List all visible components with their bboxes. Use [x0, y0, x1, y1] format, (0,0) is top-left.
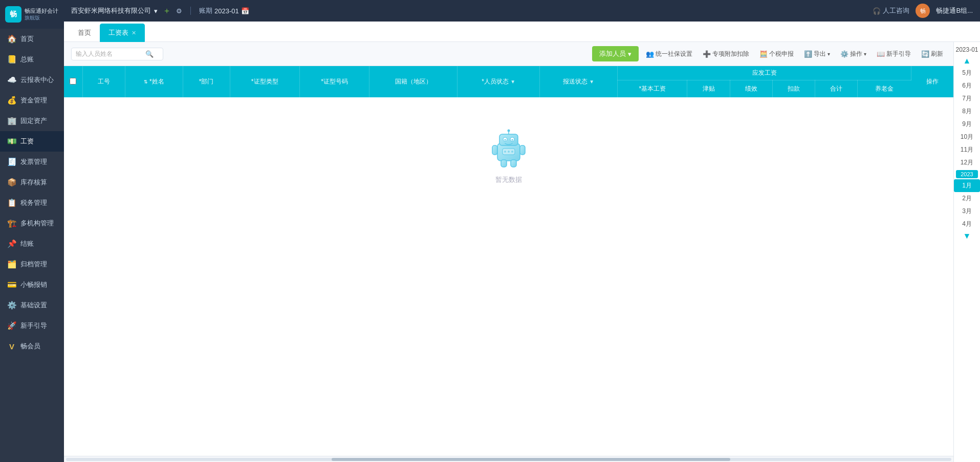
ledger-icon: 📒	[7, 55, 16, 64]
sidebar-item-guide[interactable]: 🚀 新手引导	[0, 316, 64, 336]
export-label: 导出	[814, 50, 826, 58]
select-all-checkbox[interactable]	[70, 78, 76, 85]
month-item-2023-03[interactable]: 3月	[954, 205, 980, 218]
export-icon: ⬆️	[804, 50, 812, 58]
sidebar-item-inventory[interactable]: 📦 库存核算	[0, 172, 64, 193]
month-item-2022-08[interactable]: 8月	[954, 105, 980, 118]
sidebar: 畅 畅应通好会计 旗舰版 🏠 首页 📒 总账 ☁️ 云报表中心 💰 资金管理 🏢…	[0, 0, 64, 462]
th-dept: *部门	[183, 66, 230, 97]
month-item-2022-10[interactable]: 10月	[954, 131, 980, 143]
sidebar-item-invoice[interactable]: 🧾 发票管理	[0, 152, 64, 172]
operate-dropdown: ▾	[864, 51, 866, 57]
content-area: 🔍 添加人员 ▾ 👥 统一社保设置 ➕ 专项附加扣除	[64, 42, 980, 462]
th-report-status: 报送状态 ▼	[540, 66, 618, 97]
close-period-icon: 📌	[7, 239, 16, 248]
social-settings-label: 统一社保设置	[656, 50, 692, 58]
company-selector[interactable]: 西安虾米网络科技有限公司 ▾	[71, 6, 158, 15]
refresh-icon: 🔄	[921, 50, 929, 58]
scrollbar-area[interactable]	[64, 456, 953, 462]
company-dropdown-icon: ▾	[154, 7, 158, 15]
sidebar-item-close[interactable]: 📌 结账	[0, 234, 64, 254]
month-nav-up[interactable]: ▲	[954, 55, 980, 67]
th-performance: 绩效	[730, 80, 772, 98]
topbar: 西安虾米网络科技有限公司 ▾ ＋ ⚙ 账期 2023-01 📅 🎧 人工咨询 畅…	[64, 0, 980, 22]
settings-icon: ⚙️	[7, 301, 16, 310]
month-item-2023-01[interactable]: 1月	[954, 179, 980, 192]
multi-org-icon: 🏗️	[7, 219, 16, 228]
empty-text: 暂无数据	[495, 175, 522, 184]
month-item-2022-06[interactable]: 6月	[954, 79, 980, 92]
th-action: 操作	[911, 66, 954, 97]
table-wrapper: 工号 ⇅ *姓名 *部门 *证型类型 *证型号码 国籍（地区） *人员状态 ▼ …	[64, 66, 953, 456]
invoice-icon: 🧾	[7, 157, 16, 166]
search-input[interactable]	[76, 50, 142, 57]
sidebar-item-fixed-asset[interactable]: 🏢 固定资产	[0, 111, 64, 131]
sidebar-item-cloud-report[interactable]: ☁️ 云报表中心	[0, 70, 64, 90]
social-settings-btn[interactable]: 👥 统一社保设置	[643, 48, 695, 60]
personal-tax-btn[interactable]: 🧮 个税申报	[756, 48, 797, 60]
operate-btn[interactable]: ⚙️ 操作 ▾	[837, 48, 869, 60]
sidebar-item-fund[interactable]: 💰 资金管理	[0, 90, 64, 111]
operate-label: 操作	[850, 50, 862, 58]
th-cert-type: *证型类型	[230, 66, 299, 97]
search-box: 🔍	[71, 48, 163, 60]
month-item-2023-04[interactable]: 4月	[954, 218, 980, 230]
sidebar-item-ledger[interactable]: 📒 总账	[0, 49, 64, 70]
report-status-filter-icon[interactable]: ▼	[589, 79, 594, 85]
tab-home[interactable]: 首页	[69, 24, 100, 42]
tab-salary[interactable]: 工资表 ✕	[100, 24, 145, 42]
th-total: 合计	[815, 80, 858, 98]
refresh-btn[interactable]: 🔄 刷新	[918, 48, 946, 60]
sidebar-item-archive[interactable]: 🗂️ 归档管理	[0, 254, 64, 275]
sidebar-item-salary[interactable]: 💵 工资	[0, 131, 64, 152]
human-service-btn[interactable]: 🎧 人工咨询	[873, 6, 909, 15]
sidebar-item-member[interactable]: V 畅会员	[0, 336, 64, 356]
sidebar-item-multi-org[interactable]: 🏗️ 多机构管理	[0, 213, 64, 234]
empty-robot-icon	[488, 128, 529, 169]
month-item-2022-09[interactable]: 9月	[954, 118, 980, 131]
emp-status-filter-icon[interactable]: ▼	[510, 79, 515, 85]
sidebar-item-home[interactable]: 🏠 首页	[0, 29, 64, 49]
svg-rect-1	[499, 134, 518, 145]
th-emp-no: 工号	[82, 66, 125, 97]
month-item-2022-11[interactable]: 11月	[954, 143, 980, 156]
toolbar-right: 添加人员 ▾ 👥 统一社保设置 ➕ 专项附加扣除 🧮 个税申报	[592, 46, 946, 61]
guide-icon: 🚀	[7, 321, 16, 330]
sidebar-label-guide: 新手引导	[20, 321, 47, 330]
topbar-add-icon[interactable]: ＋	[163, 6, 171, 16]
sidebar-item-expense[interactable]: 💳 小畅报销	[0, 275, 64, 295]
tab-close-salary[interactable]: ✕	[132, 30, 136, 36]
export-btn[interactable]: ⬆️ 导出 ▾	[801, 48, 833, 60]
sidebar-label-settings: 基础设置	[20, 301, 47, 310]
salary-icon: 💵	[7, 137, 16, 146]
sidebar-item-settings[interactable]: ⚙️ 基础设置	[0, 295, 64, 316]
th-country: 国籍（地区）	[369, 66, 458, 97]
tab-salary-label: 工资表	[108, 28, 128, 37]
special-deduct-btn[interactable]: ➕ 专项附加扣除	[700, 48, 752, 60]
sidebar-label-cloud: 云报表中心	[20, 75, 54, 85]
export-dropdown: ▾	[827, 51, 830, 57]
svg-rect-8	[492, 145, 497, 155]
sidebar-label-archive: 归档管理	[20, 260, 47, 269]
month-item-2023-02[interactable]: 2月	[954, 192, 980, 205]
sidebar-item-tax[interactable]: 📋 税务管理	[0, 193, 64, 213]
th-salary-group: 应发工资	[618, 66, 911, 80]
calendar-icon[interactable]: 📅	[241, 7, 249, 15]
month-item-2022-05[interactable]: 5月	[954, 67, 980, 79]
sidebar-label-fixed: 固定资产	[20, 116, 47, 125]
month-nav-down[interactable]: ▼	[954, 230, 980, 242]
topbar-settings-icon[interactable]: ⚙	[176, 7, 182, 15]
svg-rect-9	[520, 145, 525, 155]
toolbar: 🔍 添加人员 ▾ 👥 统一社保设置 ➕ 专项附加扣除	[64, 42, 953, 66]
add-person-button[interactable]: 添加人员 ▾	[592, 46, 639, 61]
sidebar-label-ledger: 总账	[20, 55, 34, 64]
month-item-2022-07[interactable]: 7月	[954, 92, 980, 105]
operate-icon: ⚙️	[840, 50, 848, 58]
svg-point-7	[512, 139, 513, 141]
logo-sub: 旗舰版	[25, 14, 58, 22]
svg-rect-10	[501, 160, 507, 167]
month-panel-header: 2023-01	[954, 44, 980, 55]
guide-btn[interactable]: 📖 新手引导	[874, 48, 914, 60]
main-area: 西安虾米网络科技有限公司 ▾ ＋ ⚙ 账期 2023-01 📅 🎧 人工咨询 畅…	[64, 0, 980, 462]
month-item-2022-12[interactable]: 12月	[954, 156, 980, 169]
